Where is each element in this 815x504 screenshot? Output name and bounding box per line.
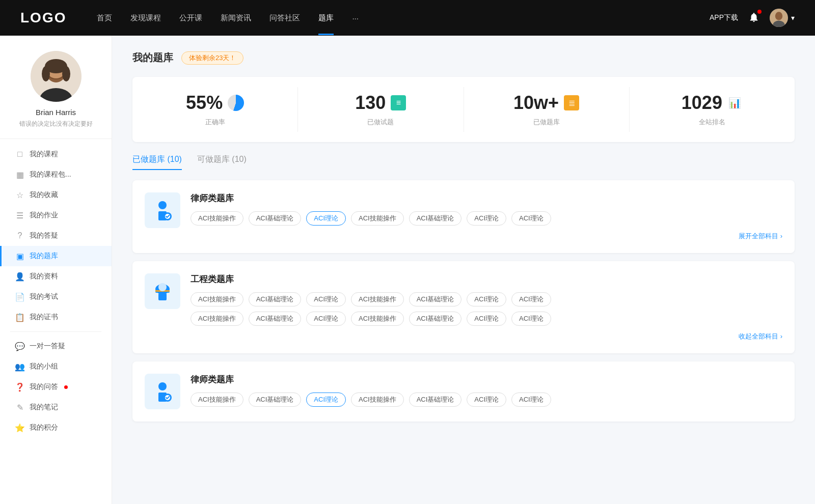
- tag[interactable]: ACI技能操作: [351, 292, 404, 306]
- tag[interactable]: ACI理论: [511, 292, 551, 306]
- tab-available[interactable]: 可做题库 (10): [197, 154, 247, 170]
- course-icon: □: [15, 150, 24, 159]
- chart-icon: 📊: [727, 95, 743, 110]
- sidebar-item-homework[interactable]: ☰ 我的作业: [0, 205, 112, 226]
- tag-active[interactable]: ACI理论: [306, 211, 346, 226]
- sidebar-item-certificate[interactable]: 📋 我的证书: [0, 307, 112, 327]
- tag[interactable]: ACI理论: [467, 211, 506, 226]
- accuracy-pie-chart: [228, 95, 244, 111]
- nav-qbank[interactable]: 题库: [318, 13, 334, 23]
- qbank-info: 工程类题库 ACI技能操作 ACI基础理论 ACI理论 ACI技能操作 ACI基…: [191, 273, 782, 341]
- tag[interactable]: ACI理论: [467, 292, 506, 306]
- sidebar-item-label: 我的考试: [30, 292, 58, 301]
- sidebar-item-exam[interactable]: 📄 我的考试: [0, 287, 112, 307]
- tag[interactable]: ACI基础理论: [409, 292, 462, 306]
- sidebar-item-1on1[interactable]: 💬 一对一答疑: [0, 336, 112, 356]
- nav-news[interactable]: 新闻资讯: [221, 13, 251, 23]
- sidebar-item-label: 一对一答疑: [30, 342, 65, 351]
- user-avatar-button[interactable]: ▾: [770, 9, 795, 27]
- tag[interactable]: ACI技能操作: [351, 393, 404, 407]
- tag[interactable]: ACI技能操作: [351, 211, 404, 226]
- sidebar-item-notes[interactable]: ✎ 我的笔记: [0, 397, 112, 417]
- tag[interactable]: ACI基础理论: [249, 393, 302, 407]
- tag[interactable]: ACI基础理论: [249, 312, 302, 326]
- avatar: [31, 51, 82, 102]
- tag[interactable]: ACI基础理论: [249, 211, 302, 226]
- sidebar-item-group[interactable]: 👥 我的小组: [0, 356, 112, 377]
- nav-more[interactable]: ···: [352, 14, 359, 22]
- qbank-title: 律师类题库: [191, 374, 782, 385]
- sidebar-item-my-qa[interactable]: ❓ 我的问答: [0, 377, 112, 397]
- notification-bell[interactable]: [748, 12, 759, 24]
- stat-top: 1029 📊: [682, 92, 743, 114]
- sidebar-item-course-package[interactable]: ▦ 我的课程包...: [0, 164, 112, 185]
- nav-home[interactable]: 首页: [97, 13, 112, 23]
- profile-motto: 错误的决定比没有决定要好: [10, 120, 101, 128]
- sidebar-item-favorites[interactable]: ☆ 我的收藏: [0, 185, 112, 205]
- tag[interactable]: ACI理论: [511, 312, 551, 326]
- notification-badge: [757, 10, 762, 14]
- svg-point-20: [158, 382, 167, 390]
- tag[interactable]: ACI技能操作: [191, 312, 243, 326]
- qbank-tags: ACI技能操作 ACI基础理论 ACI理论 ACI技能操作 ACI基础理论 AC…: [191, 211, 782, 226]
- teal-doc-icon: ≡: [391, 95, 406, 110]
- nav-opencourse[interactable]: 公开课: [179, 13, 202, 23]
- tab-done[interactable]: 已做题库 (10): [132, 154, 182, 170]
- chevron-down-icon: ▾: [791, 14, 795, 22]
- tag[interactable]: ACI基础理论: [409, 312, 462, 326]
- qbank-card-header: 工程类题库 ACI技能操作 ACI基础理论 ACI理论 ACI技能操作 ACI基…: [145, 273, 782, 341]
- collapse-link[interactable]: 收起全部科目 ›: [191, 332, 782, 341]
- tag[interactable]: ACI基础理论: [249, 292, 302, 306]
- tag[interactable]: ACI理论: [306, 312, 346, 326]
- sidebar-item-profile[interactable]: 👤 我的资料: [0, 266, 112, 287]
- tag[interactable]: ACI理论: [511, 393, 551, 407]
- app-download-button[interactable]: APP下载: [710, 13, 738, 22]
- qbank-title: 律师类题库: [191, 192, 782, 204]
- sidebar-item-questions[interactable]: ? 我的答疑: [0, 226, 112, 246]
- notification-dot: [64, 385, 68, 389]
- tag[interactable]: ACI理论: [467, 312, 506, 326]
- tag[interactable]: ACI理论: [467, 393, 506, 407]
- homework-icon: ☰: [15, 211, 24, 220]
- sidebar-item-label: 我的资料: [30, 272, 58, 281]
- tag[interactable]: ACI技能操作: [191, 211, 243, 226]
- sidebar-item-label: 我的问答: [30, 382, 58, 391]
- stat-top: 130 ≡: [355, 92, 406, 114]
- sidebar-item-label: 我的笔记: [30, 403, 58, 412]
- sidebar-item-my-course[interactable]: □ 我的课程: [0, 144, 112, 164]
- nav-discover[interactable]: 发现课程: [130, 13, 161, 23]
- sidebar-item-qbank[interactable]: ▣ 我的题库: [0, 246, 112, 266]
- tag[interactable]: ACI技能操作: [191, 292, 243, 306]
- profile-section: Brian Harris 错误的决定比没有决定要好: [0, 51, 112, 139]
- navbar: LOGO 首页 发现课程 公开课 新闻资讯 问答社区 题库 ··· APP下载 …: [0, 0, 815, 36]
- svg-point-11: [158, 201, 167, 209]
- tag[interactable]: ACI基础理论: [409, 393, 462, 407]
- stat-label-qbanks: 已做题库: [533, 118, 560, 127]
- group-icon: 👥: [15, 362, 24, 371]
- tag[interactable]: ACI技能操作: [191, 393, 243, 407]
- question-icon: ?: [15, 231, 24, 240]
- sidebar-item-points[interactable]: ⭐ 我的积分: [0, 417, 112, 438]
- svg-point-10: [62, 66, 70, 81]
- sidebar-item-label: 我的课程包...: [30, 170, 71, 179]
- qbank-info: 律师类题库 ACI技能操作 ACI基础理论 ACI理论 ACI技能操作 ACI基…: [191, 374, 782, 407]
- expand-link[interactable]: 展开全部科目 ›: [191, 232, 782, 241]
- exam-icon: 📄: [15, 292, 24, 301]
- sidebar-menu: □ 我的课程 ▦ 我的课程包... ☆ 我的收藏 ☰ 我的作业 ? 我的答疑 ▣…: [0, 139, 112, 443]
- star-icon: ☆: [15, 190, 24, 200]
- sidebar-item-label: 我的积分: [30, 423, 58, 432]
- tag[interactable]: ACI理论: [306, 292, 346, 306]
- notes-icon: ✎: [15, 403, 24, 412]
- stat-value-accuracy: 55%: [186, 92, 223, 114]
- stat-done-qbanks: 10w+ ≣ 已做题库: [464, 87, 630, 132]
- tag[interactable]: ACI理论: [511, 211, 551, 226]
- stat-done-questions: 130 ≡ 已做试题: [298, 87, 464, 132]
- profile-name: Brian Harris: [10, 108, 101, 117]
- nav-qa[interactable]: 问答社区: [269, 13, 300, 23]
- sidebar-item-label: 我的课程: [30, 150, 58, 159]
- qbank-title: 工程类题库: [191, 273, 782, 285]
- tag[interactable]: ACI技能操作: [351, 312, 404, 326]
- tag[interactable]: ACI基础理论: [409, 211, 462, 226]
- qbank-info: 律师类题库 ACI技能操作 ACI基础理论 ACI理论 ACI技能操作 ACI基…: [191, 192, 782, 241]
- tag-active[interactable]: ACI理论: [306, 393, 346, 407]
